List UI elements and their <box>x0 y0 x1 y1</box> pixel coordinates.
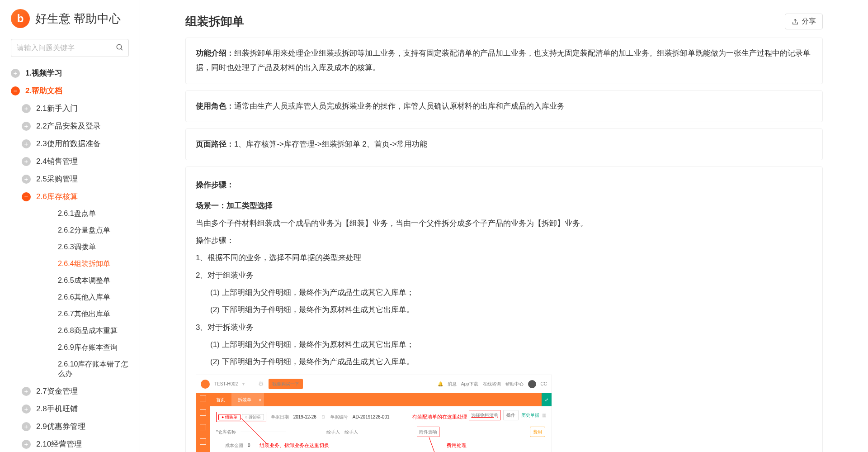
nav-2-9[interactable]: +2.9优惠券管理 <box>22 418 129 435</box>
nav-2-6-6[interactable]: 2.6.6其他入库单 <box>33 289 129 306</box>
nav-video-learning[interactable]: +1.视频学习 <box>11 64 129 82</box>
logo-text: 好生意 帮助中心 <box>35 11 121 27</box>
scene1-title: 场景一：加工类型选择 <box>196 199 812 213</box>
ss-online: 在线咨询 <box>483 380 501 388</box>
nav-2-6-1[interactable]: 2.6.1盘点单 <box>33 205 129 222</box>
ss-app: App下载 <box>461 380 478 388</box>
plus-icon: + <box>22 175 31 184</box>
role-text: 通常由生产人员或库管人员完成拆装业务的操作，库管人员确认原材料的出库和产成品的入… <box>234 102 565 110</box>
ss-form: 选择物料清单 操作 历史单据 ▦ ● 组装单 ○ 拆卸单 单据日期 2019-1… <box>210 406 552 452</box>
ss-tab-doc: 拆装单× <box>231 393 264 406</box>
ss-leftnav <box>196 393 210 452</box>
search-box <box>11 39 129 57</box>
doc-icon <box>200 409 206 416</box>
gear-icon: ⚙ <box>258 378 264 390</box>
ss-help: 帮助中心 <box>505 380 524 388</box>
plus-icon: + <box>22 440 31 449</box>
nav-2-6[interactable]: −2.6库存核算 <box>22 188 129 205</box>
ss-company: TEST-H002 <box>214 380 238 388</box>
search-icon <box>116 43 124 52</box>
nav-2-6-10[interactable]: 2.6.10库存账本错了怎么办 <box>33 356 129 382</box>
path-label: 页面路径： <box>196 140 234 148</box>
ss-tab-home: 首页 <box>210 393 231 406</box>
step-1: 1、根据不同的业务，选择不同单据的类型来处理 <box>196 251 812 265</box>
minus-icon: − <box>22 192 31 201</box>
nav-2-5[interactable]: +2.5采购管理 <box>22 170 129 188</box>
steps-card: 操作步骤： 场景一：加工类型选择 当由多个子件材料组装成一个成品的业务为【组装】… <box>185 167 823 452</box>
ss-expand-icon: ⤢ <box>542 393 552 406</box>
ss-docno: AD-20191226-001 <box>353 413 390 421</box>
plus-icon: + <box>22 122 31 131</box>
step-3: 3、对于拆装业务 <box>196 320 812 335</box>
ss-history-button: 历史单据 <box>521 411 539 419</box>
nav-2-1[interactable]: +2.1新手入门 <box>22 100 129 117</box>
ss-msg: 消息 <box>448 380 457 388</box>
nav-2-6-7[interactable]: 2.6.7其他出库单 <box>33 306 129 323</box>
ss-user: CC <box>541 380 547 388</box>
ss-action-button: 操作 <box>503 410 519 420</box>
share-label: 分享 <box>802 17 816 26</box>
ss-select-bom-button: 选择物料清单 <box>469 410 500 420</box>
calendar-icon: 🗓 <box>321 413 326 421</box>
step-2-2: (2) 下部明细为子件明细，最终作为原材料生成其它出库单。 <box>210 303 812 317</box>
nav-2-6-9[interactable]: 2.6.9库存账本查询 <box>33 339 129 356</box>
plus-icon: + <box>22 157 31 166</box>
plus-icon: + <box>11 69 20 78</box>
close-icon: × <box>259 396 261 404</box>
step-2: 2、对于组装业务 <box>196 268 812 283</box>
ss-topbar: TEST-H002 ▾ ⚙ 我要购买一下 🔔 消息 App下载 在线咨询 帮助中… <box>196 375 552 393</box>
box-icon <box>200 438 206 445</box>
step-2-1: (1) 上部明细为父件明细，最终作为产成品生成其它入库单； <box>210 285 812 300</box>
ss-anno-fee: 费用处理 <box>447 441 467 450</box>
nav-2-6-3[interactable]: 2.6.3调拨单 <box>33 239 129 256</box>
nav-2-6-2[interactable]: 2.6.2分量盘点单 <box>33 222 129 239</box>
embedded-screenshot: TEST-H002 ▾ ⚙ 我要购买一下 🔔 消息 App下载 在线咨询 帮助中… <box>196 375 552 452</box>
path-card: 页面路径：1、库存核算->库存管理->组装拆卸单 2、首页->常用功能 <box>185 128 823 160</box>
nav-2-8[interactable]: +2.8手机旺铺 <box>22 400 129 418</box>
share-button[interactable]: 分享 <box>785 14 823 29</box>
logo-icon: b <box>11 9 30 28</box>
cart-icon <box>200 424 206 430</box>
minus-icon: − <box>11 86 20 95</box>
nav-2-4[interactable]: +2.4销售管理 <box>22 152 129 170</box>
ss-radio-disassemble: ○ 拆卸单 <box>242 414 264 420</box>
ss-anno-switch: 组装业务、拆卸业务在这里切换 <box>259 441 329 450</box>
steps-title: 操作步骤： <box>196 178 812 192</box>
search-button[interactable] <box>114 43 125 53</box>
ss-bell-icon: 🔔 <box>438 380 443 388</box>
ss-date: 2019-12-26 <box>293 413 316 421</box>
svg-point-0 <box>117 44 122 49</box>
ss-grid-icon: ▦ <box>542 411 546 419</box>
step-3-1: (1) 上部明细为父件明细，最终作为原材料生成其它出库单； <box>210 338 812 352</box>
logo: b 好生意 帮助中心 <box>11 9 129 28</box>
ss-fee-button: 费用 <box>530 427 545 437</box>
scene1-desc: 当由多个子件材料组装成一个成品的业务为【组装】业务，当由一个父件拆分成多个子产品… <box>196 216 812 231</box>
search-input[interactable] <box>11 39 129 57</box>
role-label: 使用角色： <box>196 102 234 110</box>
nav-2-10[interactable]: +2.10经营管理 <box>22 435 129 452</box>
intro-card: 功能介绍：组装拆卸单用来处理企业组装或拆卸等加工业务，支持有固定装配清单的产品加… <box>185 38 823 84</box>
home-icon <box>200 395 206 401</box>
path-text: 1、库存核算->库存管理->组装拆卸单 2、首页->常用功能 <box>234 140 427 148</box>
svg-line-1 <box>121 48 123 50</box>
nav-2-3[interactable]: +2.3使用前数据准备 <box>22 135 129 152</box>
ss-trial-button: 我要购买一下 <box>269 379 303 389</box>
plus-icon: + <box>22 139 31 148</box>
nav-2-6-5[interactable]: 2.6.5成本调整单 <box>33 272 129 289</box>
plus-icon: + <box>22 104 31 113</box>
intro-label: 功能介绍： <box>196 49 234 57</box>
step-3-2: (2) 下部明细为子件明细，最终作为产成品生成其它入库单。 <box>210 355 812 369</box>
share-icon <box>792 18 799 25</box>
nav-2-2[interactable]: +2.2产品安装及登录 <box>22 117 129 135</box>
role-card: 使用角色：通常由生产人员或库管人员完成拆装业务的操作，库管人员确认原材料的出库和… <box>185 90 823 122</box>
nav-2-6-4[interactable]: 2.6.4组装拆卸单 <box>33 256 129 272</box>
nav-2-6-8[interactable]: 2.6.8商品成本重算 <box>33 323 129 339</box>
page-title: 组装拆卸单 <box>185 14 244 29</box>
main-content: 组装拆卸单 分享 功能介绍：组装拆卸单用来处理企业组装或拆卸等加工业务，支持有固… <box>140 0 868 452</box>
plus-icon: + <box>22 422 31 431</box>
ss-radio-assemble: ● 组装单 <box>218 414 241 420</box>
nav-2-7[interactable]: +2.7资金管理 <box>22 382 129 400</box>
ss-logo-icon <box>201 380 210 389</box>
sidebar: b 好生意 帮助中心 +1.视频学习 −2.帮助文档 +2.1新手入门 +2.2… <box>0 0 140 452</box>
nav-help-docs[interactable]: −2.帮助文档 <box>11 82 129 100</box>
